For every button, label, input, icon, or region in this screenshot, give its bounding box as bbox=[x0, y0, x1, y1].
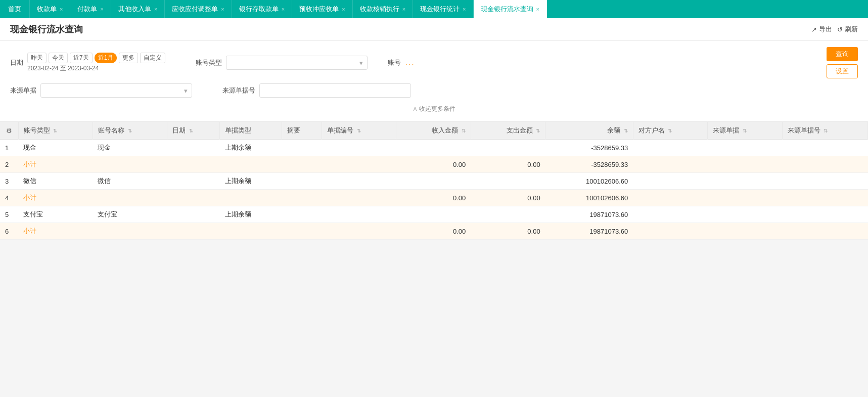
sort-icon: ⇅ bbox=[743, 128, 747, 134]
close-icon[interactable]: × bbox=[342, 6, 345, 12]
th-counterpart[interactable]: 对方户名 ⇅ bbox=[633, 122, 707, 140]
nav-tab-shoukuanhexiao[interactable]: 收款核销执行 × bbox=[353, 0, 413, 18]
close-icon[interactable]: × bbox=[221, 6, 224, 12]
th-summary[interactable]: 摘要 bbox=[282, 122, 322, 140]
sort-icon: ⇅ bbox=[824, 128, 828, 134]
data-table: ⚙ 账号类型 ⇅ 账号名称 ⇅ 日期 ⇅ 单据类型 摘要 bbox=[0, 122, 868, 240]
nav-tab-yushou[interactable]: 预收冲应收单 × bbox=[292, 0, 352, 18]
close-icon[interactable]: × bbox=[282, 6, 285, 12]
date-label: 日期 bbox=[10, 58, 23, 67]
collapse-icon: ∧ bbox=[413, 105, 419, 112]
source-doc-label: 来源单据 bbox=[10, 86, 36, 95]
filter-row-2: 来源单据 ▾ 来源单据号 bbox=[10, 83, 858, 98]
table-row[interactable]: 3微信微信上期余额100102606.60 bbox=[0, 173, 868, 190]
source-doc-no-input[interactable] bbox=[259, 83, 411, 98]
th-date[interactable]: 日期 ⇅ bbox=[167, 122, 220, 140]
refresh-button[interactable]: ↺ 刷新 bbox=[837, 25, 858, 34]
date-btn-1month[interactable]: 近1月 bbox=[95, 53, 117, 63]
close-icon[interactable]: × bbox=[402, 6, 405, 12]
account-type-group: 账号类型 ▾ bbox=[196, 56, 368, 70]
date-btn-custom[interactable]: 自定义 bbox=[140, 53, 165, 63]
sort-icon: ⇅ bbox=[53, 128, 57, 134]
sort-icon: ⇅ bbox=[189, 128, 193, 134]
table-row[interactable]: 2小计0.000.00-3528659.33 bbox=[0, 156, 868, 173]
header-actions: ↗ 导出 ↺ 刷新 bbox=[811, 25, 858, 34]
data-table-wrap: ⚙ 账号类型 ⇅ 账号名称 ⇅ 日期 ⇅ 单据类型 摘要 bbox=[0, 122, 868, 240]
th-doc-no[interactable]: 单据编号 ⇅ bbox=[322, 122, 396, 140]
table-row[interactable]: 6小计0.000.0019871073.60 bbox=[0, 223, 868, 240]
action-buttons: 查询 设置 bbox=[827, 47, 858, 78]
table-row[interactable]: 1现金现金上期余额-3528659.33 bbox=[0, 140, 868, 156]
th-doc-type[interactable]: 单据类型 bbox=[220, 122, 282, 140]
close-icon[interactable]: × bbox=[536, 6, 539, 12]
date-btn-yesterday[interactable]: 昨天 bbox=[27, 53, 47, 63]
nav-tab-yingshou[interactable]: 应收应付调整单 × bbox=[165, 0, 232, 18]
top-nav: 首页 收款单 × 付款单 × 其他收入单 × 应收应付调整单 × 银行存取款单 … bbox=[0, 0, 868, 18]
th-income[interactable]: 收入金额 ⇅ bbox=[396, 122, 471, 140]
account-dots-button[interactable]: ... bbox=[405, 58, 415, 67]
table-header-row: ⚙ 账号类型 ⇅ 账号名称 ⇅ 日期 ⇅ 单据类型 摘要 bbox=[0, 122, 868, 140]
settings-button[interactable]: 设置 bbox=[827, 64, 858, 78]
nav-tab-shoukuandan[interactable]: 收款单 × bbox=[30, 0, 70, 18]
source-doc-no-label: 来源单据号 bbox=[222, 86, 255, 95]
sort-icon: ⇅ bbox=[462, 128, 466, 134]
th-source-doc-no[interactable]: 来源单据号 ⇅ bbox=[782, 122, 867, 140]
sort-icon: ⇅ bbox=[668, 128, 672, 134]
nav-home[interactable]: 首页 bbox=[0, 0, 30, 18]
date-btn-7days[interactable]: 近7天 bbox=[70, 53, 93, 63]
account-type-label: 账号类型 bbox=[196, 58, 222, 67]
export-button[interactable]: ↗ 导出 bbox=[811, 25, 832, 34]
account-type-select[interactable]: ▾ bbox=[226, 56, 368, 70]
collapse-bar[interactable]: ∧ 收起更多条件 bbox=[10, 103, 858, 117]
table-settings-icon[interactable]: ⚙ bbox=[6, 127, 12, 135]
dropdown-icon: ▾ bbox=[184, 87, 188, 95]
sort-icon: ⇅ bbox=[624, 128, 628, 134]
th-settings[interactable]: ⚙ bbox=[0, 122, 18, 140]
close-icon[interactable]: × bbox=[60, 6, 63, 12]
th-source-doc[interactable]: 来源单据 ⇅ bbox=[708, 122, 782, 140]
filter-area: 日期 昨天 今天 近7天 近1月 更多 自定义 2023-02-24 至 202… bbox=[0, 41, 868, 122]
sort-icon: ⇅ bbox=[357, 128, 361, 134]
date-range-display: 2023-02-24 至 2023-03-24 bbox=[27, 64, 165, 73]
th-expense[interactable]: 支出金额 ⇅ bbox=[471, 122, 545, 140]
filter-row-1: 日期 昨天 今天 近7天 近1月 更多 自定义 2023-02-24 至 202… bbox=[10, 47, 858, 78]
dropdown-icon: ▾ bbox=[359, 59, 363, 67]
nav-tab-fukuandan[interactable]: 付款单 × bbox=[70, 0, 111, 18]
sort-icon: ⇅ bbox=[536, 128, 540, 134]
page-title: 现金银行流水查询 bbox=[10, 23, 83, 35]
close-icon[interactable]: × bbox=[463, 6, 466, 12]
close-icon[interactable]: × bbox=[154, 6, 157, 12]
close-icon[interactable]: × bbox=[100, 6, 103, 12]
collapse-label: 收起更多条件 bbox=[419, 105, 455, 112]
date-btn-more[interactable]: 更多 bbox=[119, 53, 138, 63]
export-icon: ↗ bbox=[811, 26, 817, 33]
query-button[interactable]: 查询 bbox=[827, 47, 858, 61]
account-label: 账号 bbox=[388, 58, 401, 67]
page-header: 现金银行流水查询 ↗ 导出 ↺ 刷新 bbox=[0, 18, 868, 41]
account-group: 账号 ... bbox=[388, 58, 415, 67]
date-filter-group: 日期 昨天 今天 近7天 近1月 更多 自定义 2023-02-24 至 202… bbox=[10, 53, 165, 73]
source-doc-no-group: 来源单据号 bbox=[222, 83, 411, 98]
nav-tab-yinhang[interactable]: 银行存取款单 × bbox=[232, 0, 292, 18]
source-doc-group: 来源单据 ▾ bbox=[10, 83, 192, 98]
th-account-name[interactable]: 账号名称 ⇅ bbox=[93, 122, 167, 140]
th-balance[interactable]: 余额 ⇅ bbox=[545, 122, 633, 140]
sort-icon: ⇅ bbox=[128, 128, 132, 134]
date-shortcuts: 昨天 今天 近7天 近1月 更多 自定义 bbox=[27, 53, 165, 63]
nav-tab-liushui[interactable]: 现金银行流水查询 × bbox=[474, 0, 547, 18]
nav-tab-qitashouru[interactable]: 其他收入单 × bbox=[111, 0, 165, 18]
table-row[interactable]: 5支付宝支付宝上期余额19871073.60 bbox=[0, 206, 868, 223]
refresh-icon: ↺ bbox=[837, 26, 843, 33]
th-account-type[interactable]: 账号类型 ⇅ bbox=[18, 122, 93, 140]
date-btn-today[interactable]: 今天 bbox=[49, 53, 68, 63]
source-doc-select[interactable]: ▾ bbox=[40, 83, 192, 98]
table-row[interactable]: 4小计0.000.00100102606.60 bbox=[0, 190, 868, 206]
nav-tab-xianjintongji[interactable]: 现金银行统计 × bbox=[413, 0, 473, 18]
